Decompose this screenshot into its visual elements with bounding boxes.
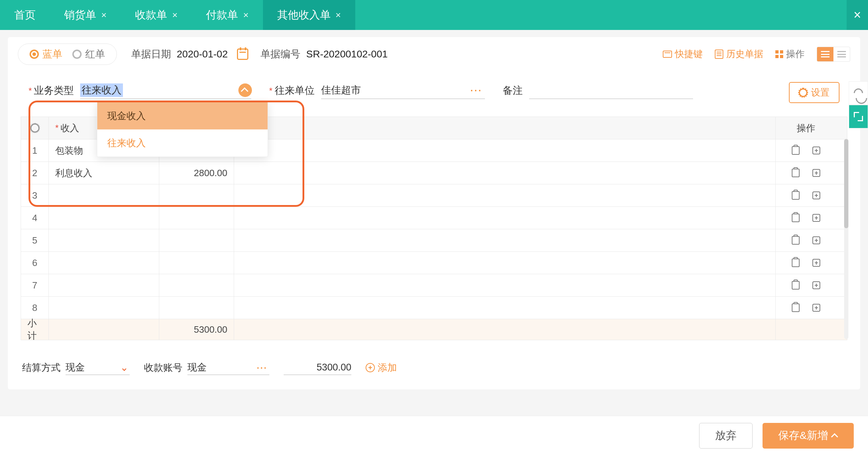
cell-amount[interactable]	[159, 229, 234, 251]
history-icon	[715, 50, 723, 59]
operate-link[interactable]: 操作	[775, 48, 805, 60]
tab-payment[interactable]: 付款单×	[192, 0, 263, 30]
cell-income[interactable]	[49, 229, 159, 251]
cell-income[interactable]	[49, 207, 159, 229]
copy-icon[interactable]	[812, 259, 820, 267]
copy-icon[interactable]	[812, 147, 820, 154]
copy-icon[interactable]	[812, 169, 820, 177]
cell-remark[interactable]	[234, 207, 776, 229]
cell-amount[interactable]: 2800.00	[159, 162, 234, 184]
table-row: 2利息收入2800.00	[21, 162, 847, 184]
cell-remark[interactable]	[234, 252, 776, 274]
biztype-input[interactable]: 往来收入	[80, 82, 251, 99]
tab-home[interactable]: 首页	[0, 0, 50, 30]
chevron-up-icon	[831, 433, 838, 440]
copy-icon[interactable]	[812, 236, 820, 244]
cell-ops	[776, 274, 836, 296]
close-icon[interactable]: ×	[172, 10, 177, 21]
fullscreen-button[interactable]	[849, 105, 868, 128]
col-settings[interactable]	[21, 117, 49, 139]
close-icon[interactable]: ×	[101, 10, 107, 21]
col-ops: 操作	[776, 117, 836, 139]
footer-bar: 放弃 保存&新增	[0, 416, 868, 455]
trash-icon[interactable]	[792, 146, 800, 155]
cell-ops	[776, 139, 836, 162]
cell-income[interactable]	[49, 252, 159, 274]
amount-input[interactable]: 5300.00	[284, 360, 351, 375]
ellipsis-icon[interactable]: ⋯	[256, 361, 268, 374]
row-index: 7	[21, 274, 49, 296]
dropdown-opt-cash[interactable]: 现金收入	[97, 102, 268, 129]
cell-remark[interactable]	[234, 229, 776, 251]
shortcut-link[interactable]: 快捷键	[663, 48, 703, 60]
radio-blue[interactable]: 蓝单	[30, 47, 62, 61]
tab-bar: 首页 销货单× 收款单× 付款单× 其他收入单× ×	[0, 0, 868, 30]
chevron-up-icon[interactable]	[238, 83, 252, 97]
cell-income[interactable]	[49, 184, 159, 206]
cell-remark[interactable]	[234, 139, 776, 162]
settings-button[interactable]: 设置	[789, 82, 839, 103]
cell-amount[interactable]	[159, 297, 234, 319]
remark-input[interactable]	[529, 82, 693, 99]
tab-sales[interactable]: 销货单×	[50, 0, 121, 30]
chevron-down-icon[interactable]: ⌄	[120, 362, 128, 373]
radio-red[interactable]: 红单	[72, 47, 105, 61]
remark-field: 备注	[503, 82, 693, 99]
tab-other-income[interactable]: 其他收入单×	[263, 0, 355, 30]
cell-amount[interactable]	[159, 252, 234, 274]
cell-ops	[776, 184, 836, 206]
bill-date-value[interactable]: 2020-01-02	[177, 48, 228, 60]
row-index: 3	[21, 184, 49, 206]
bill-no: 单据编号 SR-20200102-001	[260, 47, 388, 61]
copy-icon[interactable]	[812, 304, 820, 312]
tab-receipt[interactable]: 收款单×	[121, 0, 192, 30]
cell-remark[interactable]	[234, 274, 776, 296]
copy-icon[interactable]	[812, 281, 820, 289]
cell-income[interactable]	[49, 274, 159, 296]
ellipsis-icon[interactable]: ⋯	[470, 83, 483, 97]
copy-icon[interactable]	[812, 191, 820, 199]
cell-ops	[776, 162, 836, 184]
trash-icon[interactable]	[792, 259, 800, 267]
trash-icon[interactable]	[792, 214, 800, 222]
trash-icon[interactable]	[792, 236, 800, 245]
settle-method-input[interactable]: 现金 ⌄	[66, 360, 130, 375]
cell-remark[interactable]	[234, 184, 776, 206]
cell-ops	[776, 297, 836, 319]
view-list[interactable]	[817, 47, 833, 61]
cell-ops	[776, 229, 836, 251]
close-icon[interactable]: ×	[336, 10, 341, 21]
close-icon[interactable]: ×	[243, 10, 248, 21]
trash-icon[interactable]	[792, 169, 800, 177]
save-new-button[interactable]: 保存&新增	[763, 423, 854, 449]
history-link[interactable]: 历史单据	[715, 48, 763, 60]
table-row: 4	[21, 207, 847, 229]
account-input[interactable]: 现金 ⋯	[187, 360, 269, 375]
cell-remark[interactable]	[234, 162, 776, 184]
table-scrollbar[interactable]	[844, 138, 848, 339]
cell-amount[interactable]	[159, 274, 234, 296]
add-payment[interactable]: + 添加	[366, 361, 397, 374]
trash-icon[interactable]	[792, 191, 800, 200]
view-card[interactable]	[833, 47, 850, 61]
copy-icon[interactable]	[812, 214, 820, 222]
expand-icon	[854, 112, 863, 121]
table-row: 3	[21, 184, 847, 207]
discard-button[interactable]: 放弃	[699, 423, 753, 449]
cell-amount[interactable]	[159, 207, 234, 229]
form-row: *业务类型 往来收入 *往来单位 佳佳超市 ⋯ 备注 设置	[8, 71, 860, 110]
cell-income[interactable]: 利息收入	[49, 162, 159, 184]
table-row: 7	[21, 274, 847, 297]
table-row: 8	[21, 297, 847, 319]
party-input[interactable]: 佳佳超市 ⋯	[321, 82, 485, 99]
cell-income[interactable]	[49, 297, 159, 319]
calendar-icon[interactable]	[237, 48, 248, 60]
cell-amount[interactable]	[159, 184, 234, 206]
trash-icon[interactable]	[792, 303, 800, 312]
close-all-icon[interactable]: ×	[847, 0, 868, 30]
trash-icon[interactable]	[792, 281, 800, 290]
attachment-button[interactable]	[849, 81, 868, 105]
biztype-field: *业务类型 往来收入	[29, 82, 251, 99]
cell-remark[interactable]	[234, 297, 776, 319]
dropdown-opt-wanglai[interactable]: 往来收入	[97, 129, 268, 157]
